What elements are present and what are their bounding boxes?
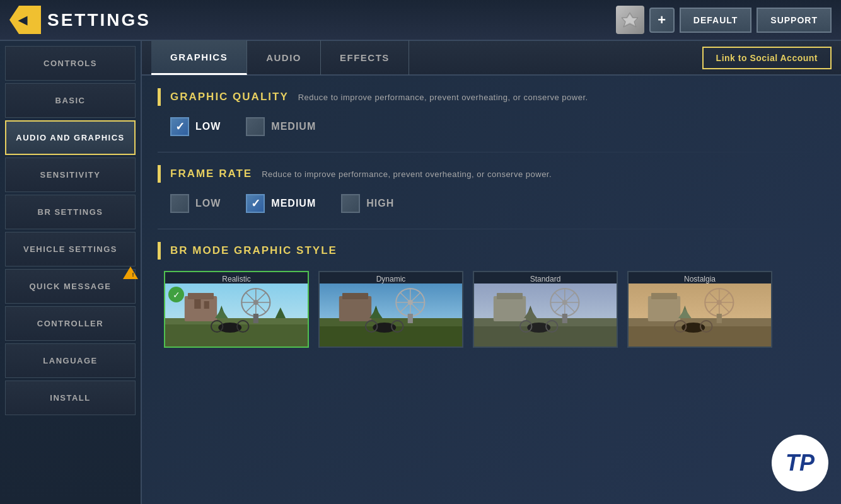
main-layout: CONTROLS BASIC AUDIO AND GRAPHICS SENSIT… [0,41,841,504]
sidebar-item-quick-message[interactable]: QUICK MESSAGE ! [5,269,136,304]
graphic-quality-title: GRAPHIC QUALITY [170,91,289,103]
tab-audio[interactable]: AUDIO [247,40,321,75]
support-button[interactable]: SUPPORT [757,8,832,33]
checkbox-fr-medium-box[interactable]: ✓ [246,194,265,213]
tab-audio-label: AUDIO [266,52,301,63]
sidebar: CONTROLS BASIC AUDIO AND GRAPHICS SENSIT… [0,41,142,504]
sidebar-item-label: INSTALL [50,393,90,403]
style-label-dynamic: Dynamic [320,272,462,284]
graphic-quality-options: ✓ LOW MEDIUM [158,117,825,136]
svg-rect-59 [648,296,680,321]
tab-graphics[interactable]: GRAPHICS [151,40,247,75]
content-body: GRAPHIC QUALITY Reduce to improve perfor… [142,76,841,504]
sidebar-item-label: LANGUAGE [43,356,97,365]
checkbox-fr-high-box[interactable] [341,194,360,213]
section-bar-icon-2 [158,165,161,183]
svg-rect-43 [497,293,523,299]
watermark-text: TP [786,450,815,476]
watermark: TP [772,435,828,491]
sidebar-item-vehicle-settings[interactable]: VEHICLE SETTINGS [5,232,136,266]
style-label-standard: Standard [474,272,617,284]
sidebar-item-label: AUDIO AND GRAPHICS [16,133,124,142]
style-img-nostalgia [629,284,771,346]
svg-rect-6 [188,293,214,299]
style-img-standard [474,284,617,346]
svg-rect-60 [651,293,677,299]
sidebar-item-install[interactable]: INSTALL [5,381,136,415]
sidebar-item-label: BASIC [55,96,86,105]
sidebar-item-label: VEHICLE SETTINGS [23,244,117,254]
tab-effects-label: EFFECTS [340,52,390,63]
checkbox-check-icon: ✓ [175,120,185,134]
br-mode-header: BR MODE GRAPHIC STYLE [158,242,825,260]
add-button[interactable]: + [649,8,675,33]
section-bar-icon [158,88,161,106]
tab-graphics-label: GRAPHICS [170,52,228,62]
frame-rate-header: FRAME RATE Reduce to improve performance… [158,165,825,183]
sidebar-item-label: QUICK MESSAGE [29,282,111,291]
graphic-quality-section: GRAPHIC QUALITY Reduce to improve perfor… [158,88,825,136]
style-card-dynamic[interactable]: Dynamic [318,271,463,348]
br-mode-title: BR MODE GRAPHIC STYLE [170,244,337,257]
svg-rect-7 [194,299,200,309]
section-bar-icon-3 [158,242,161,260]
svg-rect-15 [253,314,258,323]
checkbox-check-icon-2: ✓ [251,197,260,210]
frame-rate-low[interactable]: LOW [170,194,221,213]
graphic-quality-medium[interactable]: MEDIUM [246,117,316,136]
checkbox-fr-medium-label: MEDIUM [271,198,316,209]
sidebar-item-controls[interactable]: CONTROLS [5,46,136,81]
frame-rate-desc: Reduce to improve performance, prevent o… [262,169,552,179]
svg-rect-25 [339,296,371,321]
checkbox-low-box[interactable]: ✓ [170,117,189,136]
tabs-bar: GRAPHICS AUDIO EFFECTS Link to Social Ac… [142,41,841,76]
sidebar-item-label: CONTROLS [44,59,97,68]
header: ◀ SETTINGS + DEFAULT SUPPORT [0,0,841,41]
tab-effects[interactable]: EFFECTS [321,40,409,75]
style-label-realistic: Realistic [165,272,308,284]
style-selected-icon: ✓ [168,287,184,302]
style-img-dynamic [320,284,462,346]
sidebar-item-label: BR SETTINGS [38,207,103,217]
section-divider-1 [158,152,825,152]
page-title: SETTINGS [47,10,151,30]
svg-rect-42 [494,296,526,321]
checkbox-fr-high-label: HIGH [366,198,394,209]
frame-rate-high[interactable]: HIGH [341,194,394,213]
graphic-quality-desc: Reduce to improve performance, prevent o… [298,93,588,102]
back-button[interactable]: ◀ [9,6,41,34]
plus-icon: + [658,12,666,28]
default-button[interactable]: DEFAULT [680,8,752,33]
checkbox-fr-low-box[interactable] [170,194,189,213]
style-img-realistic: ✓ [165,284,308,346]
style-card-nostalgia[interactable]: Nostalgia [627,271,772,348]
svg-rect-67 [717,314,722,323]
sidebar-item-basic[interactable]: BASIC [5,83,136,118]
frame-rate-section: FRAME RATE Reduce to improve performance… [158,165,825,213]
sidebar-item-br-settings[interactable]: BR SETTINGS [5,195,136,229]
link-social-button[interactable]: Link to Social Account [702,47,832,69]
sidebar-item-language[interactable]: LANGUAGE [5,343,136,378]
sidebar-item-label: SENSITIVITY [40,170,101,180]
style-card-realistic[interactable]: Realistic ✓ [164,271,309,348]
content-area: GRAPHICS AUDIO EFFECTS Link to Social Ac… [142,41,841,504]
svg-rect-26 [342,293,368,299]
style-label-nostalgia: Nostalgia [629,272,771,284]
br-mode-section: BR MODE GRAPHIC STYLE Realistic ✓ [158,242,825,348]
header-actions: + DEFAULT SUPPORT [616,6,832,34]
checkbox-fr-low-label: LOW [195,198,221,209]
section-divider-2 [158,229,825,229]
rank-icon [616,6,644,34]
back-arrow-icon: ◀ [18,13,27,27]
sidebar-item-sensitivity[interactable]: SENSITIVITY [5,158,136,192]
svg-rect-50 [562,314,567,323]
checkbox-medium-label: MEDIUM [271,121,316,132]
style-card-standard[interactable]: Standard [473,271,618,348]
sidebar-item-controller[interactable]: CONTROLLER [5,306,136,341]
frame-rate-medium[interactable]: ✓ MEDIUM [246,194,316,213]
sidebar-item-audio-and-graphics[interactable]: AUDIO AND GRAPHICS [5,120,136,155]
graphic-style-row: Realistic ✓ [158,271,825,348]
graphic-quality-low[interactable]: ✓ LOW [170,117,221,136]
frame-rate-options: LOW ✓ MEDIUM HIGH [158,194,825,213]
checkbox-medium-box[interactable] [246,117,265,136]
